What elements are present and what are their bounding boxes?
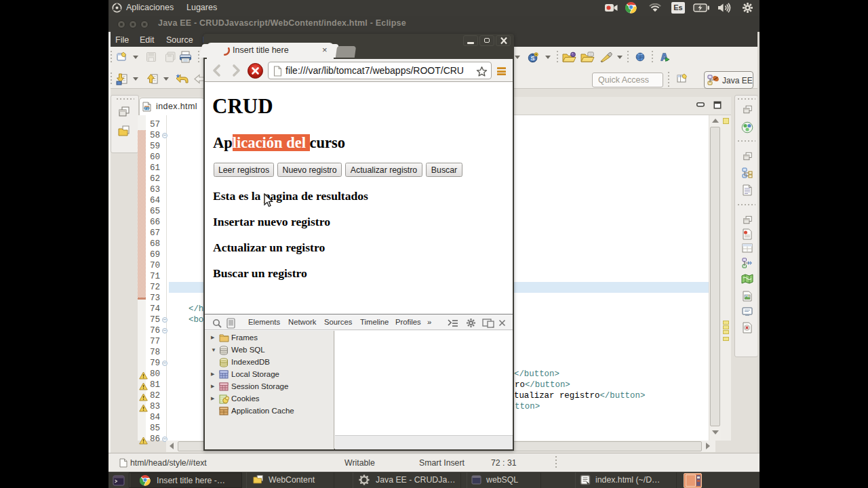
svg-text:S: S (531, 55, 535, 62)
